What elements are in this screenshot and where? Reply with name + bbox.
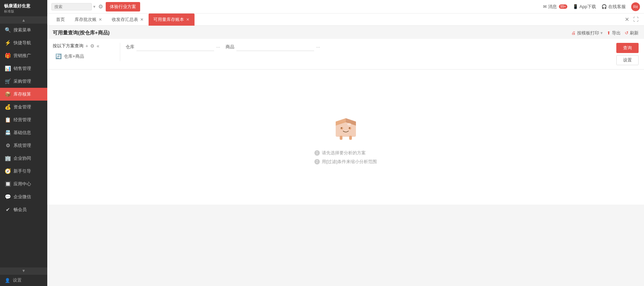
sidebar-item-label: 应用中心 xyxy=(14,181,31,187)
hint-num-2: 2 xyxy=(314,159,320,164)
scheme-item-label: 仓库+商品 xyxy=(64,53,84,59)
product-field-label: 商品 xyxy=(226,44,234,50)
filter-fields: 仓库 ··· 商品 ··· xyxy=(120,43,616,51)
close-all-tabs-button[interactable]: ✕ xyxy=(623,16,630,23)
shortcut-icon: ⚡ xyxy=(5,40,11,46)
hint-text-1: 请先选择要分析的方案 xyxy=(322,149,366,157)
headset-icon: 🎧 xyxy=(601,4,607,9)
empty-state: 1 请先选择要分析的方案 2 用[过滤]条件来缩小分析范围 xyxy=(47,70,644,205)
tabbar: 首页 库存批次账 ✕ 收发存汇总表 ✕ 可用量库存账本 ✕ ✕ ⛶ xyxy=(47,14,644,26)
apps-icon: 🔲 xyxy=(5,181,11,187)
sidebar-item-search[interactable]: 🔍 搜索菜单 xyxy=(0,24,47,36)
sidebar-item-system[interactable]: ⚙ 系统管理 xyxy=(0,139,47,152)
sidebar-item-basics[interactable]: 📇 基础信息 xyxy=(0,126,47,139)
warehouse-input[interactable] xyxy=(136,43,214,51)
settings-button[interactable]: 设置 xyxy=(616,55,639,65)
sidebar-item-newbie[interactable]: 🧭 新手引导 xyxy=(0,165,47,178)
brand-area: 畅康通好生意 标准版 xyxy=(0,0,47,17)
page-header: 可用量查询(按仓库+商品) 🖨 按模板打印 ▾ ⬆ 导出 ↺ 刷新 xyxy=(47,26,644,39)
scheme-item-warehouse-product[interactable]: 🔄 仓库+商品 xyxy=(53,52,116,61)
tab-summary-close[interactable]: ✕ xyxy=(140,17,144,22)
sidebar-item-shortcut[interactable]: ⚡ 快捷导航 xyxy=(0,36,47,49)
filter-action-buttons: 查询 设置 xyxy=(616,43,639,65)
gear-icon[interactable]: ⚙ xyxy=(98,3,103,10)
export-button[interactable]: ⬆ 导出 xyxy=(607,30,621,36)
tab-available-close[interactable]: ✕ xyxy=(186,17,189,22)
sidebar-item-label: 企业协同 xyxy=(14,155,31,161)
sidebar: 畅康通好生意 标准版 ▲ 🔍 搜索菜单 ⚡ 快捷导航 🎁 营销推广 📊 销售管理… xyxy=(0,0,47,286)
user-profile-button[interactable]: Rit xyxy=(631,2,640,11)
refresh-icon: ↺ xyxy=(625,30,628,35)
warehouse-field-label: 仓库 xyxy=(126,44,134,50)
tab-home[interactable]: 首页 xyxy=(51,14,70,26)
sidebar-item-finance[interactable]: 💰 资金管理 xyxy=(0,101,47,113)
basics-icon: 📇 xyxy=(5,130,11,136)
sidebar-item-label: 系统管理 xyxy=(14,142,31,149)
user-icon: 👤 xyxy=(5,278,10,283)
sidebar-scroll-up[interactable]: ▲ xyxy=(0,17,47,24)
filter-scheme-header: 按以下方案查询 + ⚙ « xyxy=(53,43,116,49)
hint-text-2: 用[过滤]条件来缩小分析范围 xyxy=(322,157,377,166)
sidebar-bottom-label: 设置 xyxy=(13,277,22,283)
online-service-button[interactable]: 🎧 在线客服 xyxy=(601,4,626,10)
tab-batch-close[interactable]: ✕ xyxy=(99,17,102,22)
sidebar-scroll-down[interactable]: ▼ xyxy=(0,267,47,274)
sidebar-item-label: 销售管理 xyxy=(14,66,31,72)
sidebar-item-label: 畅会员 xyxy=(14,207,27,213)
sidebar-item-enterprise[interactable]: 🏢 企业协同 xyxy=(0,152,47,165)
print-icon: 🖨 xyxy=(571,30,576,35)
sidebar-item-member[interactable]: ✔ 畅会员 xyxy=(0,203,47,216)
page-title: 可用量查询(按仓库+商品) xyxy=(53,30,110,36)
sidebar-item-sales[interactable]: 📊 销售管理 xyxy=(0,62,47,75)
sidebar-bottom-profile[interactable]: 👤 设置 xyxy=(0,274,47,286)
tab-batch[interactable]: 库存批次账 ✕ xyxy=(70,14,107,26)
industry-solution-button[interactable]: 体验行业方案 xyxy=(106,2,140,11)
sidebar-item-wechat[interactable]: 💬 企业微信 xyxy=(0,190,47,203)
app-download-button[interactable]: 📱 App下载 xyxy=(573,4,596,10)
tab-available[interactable]: 可用量库存账本 ✕ xyxy=(149,14,195,26)
brand-name: 畅康通好生意 xyxy=(4,3,43,9)
operations-icon: 📋 xyxy=(5,117,11,123)
wechat-icon: 💬 xyxy=(5,194,11,200)
tabbar-actions: ✕ ⛶ xyxy=(623,16,640,23)
print-label: 按模板打印 xyxy=(577,30,599,36)
print-button[interactable]: 🖨 按模板打印 ▾ xyxy=(571,30,603,36)
topbar-search-area: ▾ xyxy=(51,3,96,10)
product-input[interactable] xyxy=(236,43,314,51)
svg-point-6 xyxy=(349,128,350,129)
add-scheme-button[interactable]: + xyxy=(85,43,88,49)
collapse-scheme-button[interactable]: « xyxy=(97,43,99,49)
tab-summary[interactable]: 收发存汇总表 ✕ xyxy=(107,14,149,26)
expand-tabs-button[interactable]: ⛶ xyxy=(632,16,640,23)
chevron-down-icon[interactable]: ▾ xyxy=(93,4,96,9)
sidebar-item-label: 新手引导 xyxy=(14,168,31,174)
message-button[interactable]: ✉ 消息 99+ xyxy=(543,4,567,10)
scheme-settings-button[interactable]: ⚙ xyxy=(90,43,95,49)
message-badge: 99+ xyxy=(559,4,567,9)
svg-rect-7 xyxy=(340,136,342,140)
sidebar-item-marketing[interactable]: 🎁 营销推广 xyxy=(0,49,47,62)
svg-rect-8 xyxy=(349,136,352,140)
sidebar-item-apps[interactable]: 🔲 应用中心 xyxy=(0,178,47,190)
topbar-right: ✉ 消息 99+ 📱 App下载 🎧 在线客服 Rit xyxy=(543,2,640,11)
filter-field-product: 商品 ··· xyxy=(226,43,320,51)
query-button[interactable]: 查询 xyxy=(616,43,639,53)
app-download-label: App下载 xyxy=(579,4,596,10)
sidebar-item-label: 采购管理 xyxy=(14,78,31,84)
sidebar-item-operations[interactable]: 📋 经营管理 xyxy=(0,113,47,126)
sidebar-item-purchase[interactable]: 🛒 采购管理 xyxy=(0,75,47,88)
print-arrow-icon[interactable]: ▾ xyxy=(600,30,603,35)
page-content: 可用量查询(按仓库+商品) 🖨 按模板打印 ▾ ⬆ 导出 ↺ 刷新 xyxy=(47,26,644,286)
message-icon: ✉ xyxy=(543,4,547,9)
sales-icon: 📊 xyxy=(5,66,11,72)
hint-item-1: 1 请先选择要分析的方案 xyxy=(314,149,377,157)
purchase-icon: 🛒 xyxy=(5,78,11,84)
empty-illustration xyxy=(329,108,363,142)
search-input[interactable] xyxy=(51,3,92,10)
phone-icon: 📱 xyxy=(573,4,578,9)
refresh-button[interactable]: ↺ 刷新 xyxy=(625,30,639,36)
hint-num-1: 1 xyxy=(314,150,320,156)
product-more-icon[interactable]: ··· xyxy=(316,44,320,50)
warehouse-more-icon[interactable]: ··· xyxy=(216,44,220,50)
sidebar-item-inventory[interactable]: 📦 库存核算 xyxy=(0,88,47,101)
